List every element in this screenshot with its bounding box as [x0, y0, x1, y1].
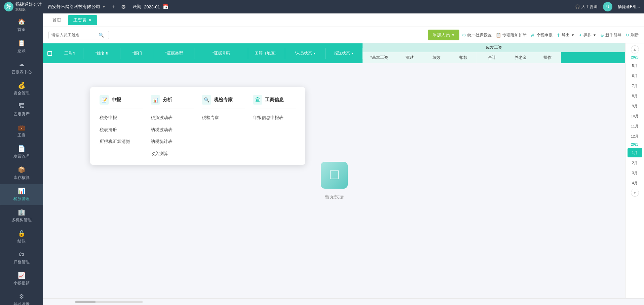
- menu-tax-inspection[interactable]: 税检专家: [202, 112, 245, 124]
- th-report-status-label: 报送状态: [334, 50, 350, 56]
- operation-dropdown-icon: ▼: [593, 33, 596, 37]
- calendar-year-2023-current: 2023: [626, 141, 644, 148]
- yf-gongzi-header: 应发工资: [363, 43, 625, 52]
- sidebar-item-ledger[interactable]: 📋 总账: [0, 36, 43, 57]
- th-num-label: 工号: [64, 50, 72, 56]
- tax-icon: 📊: [18, 187, 25, 195]
- cal-month-12[interactable]: 12月: [628, 131, 642, 141]
- assets-icon: 🏗: [18, 103, 25, 110]
- select-all-checkbox[interactable]: [47, 51, 52, 56]
- sidebar-item-settings[interactable]: ⚙ 基础设置: [0, 290, 43, 305]
- sidebar-item-inventory[interactable]: 📦 库存核算: [0, 163, 43, 184]
- export-action[interactable]: ⬆ 导出 ▼: [557, 32, 574, 38]
- dropdown-col-analysis-header: 📊 分析: [151, 92, 194, 109]
- cal-month-9[interactable]: 9月: [628, 101, 642, 111]
- tab-close-icon[interactable]: ✕: [88, 18, 92, 23]
- app-logo: 好 畅捷通好会计 旗舰版: [4, 2, 44, 12]
- cal-month-8[interactable]: 8月: [628, 91, 642, 101]
- help-label: 人工咨询: [581, 4, 598, 10]
- th-cert-num: *证据号码: [194, 48, 248, 59]
- sidebar-item-home[interactable]: 🏠 首页: [0, 15, 43, 36]
- operation-icon: ✦: [578, 33, 582, 38]
- cal-month-6[interactable]: 6月: [628, 71, 642, 80]
- dropdown-col-business-info: 🏛 工商信息 年报信息申报表: [249, 92, 300, 159]
- declaration-icon: 📝: [100, 95, 109, 105]
- special-deduction-action[interactable]: 📋 专项附加扣除: [496, 32, 527, 38]
- new-guide-action[interactable]: ⊕ 新手引导: [600, 32, 621, 38]
- sidebar-item-fund[interactable]: 💰 资金管理: [0, 78, 43, 100]
- add-person-dropdown-icon: ▼: [451, 33, 455, 37]
- calendar-year-2023-prev: 2023: [631, 54, 638, 61]
- menu-tax-payment-table[interactable]: 纳税波动表: [151, 124, 194, 136]
- menu-tax-stats-table[interactable]: 纳税统计表: [151, 136, 194, 148]
- social-security-action[interactable]: ⚙ 统一社保设置: [462, 32, 492, 38]
- home-icon: 🏠: [18, 18, 25, 26]
- sidebar-item-mini-report[interactable]: 📈 小畅报销: [0, 268, 43, 290]
- sidebar-item-multi-org[interactable]: 🏢 多机构管理: [0, 205, 43, 226]
- cal-month-11[interactable]: 11月: [628, 121, 642, 131]
- menu-tax-burden-table[interactable]: 税负波动表: [151, 112, 194, 124]
- operation-action[interactable]: ✦ 操作 ▼: [578, 32, 596, 38]
- tab-home[interactable]: 首页: [47, 15, 67, 25]
- th-region-label: 国籍（地区）: [255, 50, 279, 56]
- cal-nav-up[interactable]: ▲: [631, 45, 639, 53]
- add-icon[interactable]: ＋: [111, 3, 116, 10]
- cal-month-1[interactable]: 1月: [628, 148, 642, 157]
- company-selector[interactable]: 西安虾米网络科技有限公司 ▼: [48, 4, 106, 10]
- sidebar-item-tax[interactable]: 📊 税务管理: [0, 184, 43, 205]
- tab-salary-table[interactable]: 工资表 ✕: [68, 15, 97, 25]
- chevron-down-icon: ▼: [102, 5, 106, 9]
- invoice-icon: 📄: [18, 145, 25, 152]
- sidebar-item-cloud-report[interactable]: ☁ 云报表中心: [0, 57, 43, 78]
- menu-tax-declaration[interactable]: 税务申报: [100, 112, 143, 124]
- cal-month-4[interactable]: 4月: [628, 178, 642, 188]
- help-button[interactable]: 🎧 人工咨询: [575, 4, 598, 10]
- add-person-button[interactable]: 添加人员 ▼: [428, 30, 459, 40]
- search-wrap[interactable]: 🔍: [48, 31, 109, 39]
- sidebar-item-archive[interactable]: 🗂 归档管理: [0, 247, 43, 268]
- cal-month-2[interactable]: 2月: [628, 158, 642, 167]
- sidebar-label-salary: 工资: [17, 132, 26, 138]
- logo-text-wrap: 畅捷通好会计 旗舰版: [15, 2, 42, 12]
- business-info-title: 工商信息: [265, 97, 284, 103]
- cal-month-5[interactable]: 5月: [628, 61, 642, 70]
- scrollbar-area: [43, 298, 644, 305]
- sidebar-label-home: 首页: [17, 27, 26, 33]
- empty-icon: [321, 162, 348, 189]
- sidebar-label-tax: 税务管理: [13, 196, 30, 202]
- th-status-filter-icon[interactable]: ▼: [313, 52, 316, 55]
- th-perf-label: 绩效: [432, 55, 441, 61]
- menu-annual-report[interactable]: 年报信息申报表: [253, 112, 296, 124]
- cal-nav-down[interactable]: ▼: [631, 189, 639, 197]
- table-header: 工号 ⇅ *姓名 ⇅ *部门 *证据类型: [43, 43, 625, 63]
- sidebar-item-assets[interactable]: 🏗 固定资产: [0, 100, 43, 120]
- menu-tax-table-clear[interactable]: 税表清册: [100, 124, 143, 136]
- cal-month-7[interactable]: 7月: [628, 81, 642, 90]
- cal-month-10[interactable]: 10月: [628, 111, 642, 121]
- th-num-sort-icon[interactable]: ⇅: [73, 52, 76, 55]
- sidebar-item-salary[interactable]: 💼 工资: [0, 120, 43, 142]
- th-report-status-filter-icon[interactable]: ▼: [351, 52, 354, 55]
- th-ops-label: 操作: [543, 55, 552, 61]
- add-person-label: 添加人员: [432, 32, 450, 38]
- tax-return-action[interactable]: 🖨 个税申报: [531, 32, 553, 38]
- sidebar-item-invoice[interactable]: 📄 发票管理: [0, 142, 43, 163]
- sidebar-item-closing[interactable]: 🔒 结账: [0, 226, 43, 247]
- social-security-icon: ⚙: [462, 33, 466, 38]
- horizontal-scrollbar[interactable]: [75, 301, 143, 303]
- th-subsidy-label: 津贴: [406, 55, 414, 61]
- user-name[interactable]: 畅捷通B组...: [618, 4, 640, 10]
- refresh-icon: ↻: [626, 33, 629, 38]
- settings-icon[interactable]: ⚙: [121, 4, 126, 10]
- menu-income-preview[interactable]: 收入测算: [151, 148, 194, 160]
- menu-income-tax-calc[interactable]: 所得税汇算清缴: [100, 136, 143, 148]
- cal-month-3[interactable]: 3月: [628, 168, 642, 178]
- refresh-action[interactable]: ↻ 刷新: [626, 32, 639, 38]
- calendar-icon[interactable]: 📅: [163, 4, 168, 9]
- tax-expert-icon: 🔍: [202, 95, 211, 105]
- th-name-sort-icon[interactable]: ⇅: [106, 52, 108, 55]
- search-input[interactable]: [51, 33, 99, 37]
- dropdown-col-tax-expert: 🔍 税检专家 税检专家: [198, 92, 249, 159]
- th-checkbox[interactable]: [43, 48, 56, 59]
- sidebar: 🏠 首页 📋 总账 ☁ 云报表中心 💰 资金管理 🏗 固定资产 💼 工资 📄 发…: [0, 13, 43, 305]
